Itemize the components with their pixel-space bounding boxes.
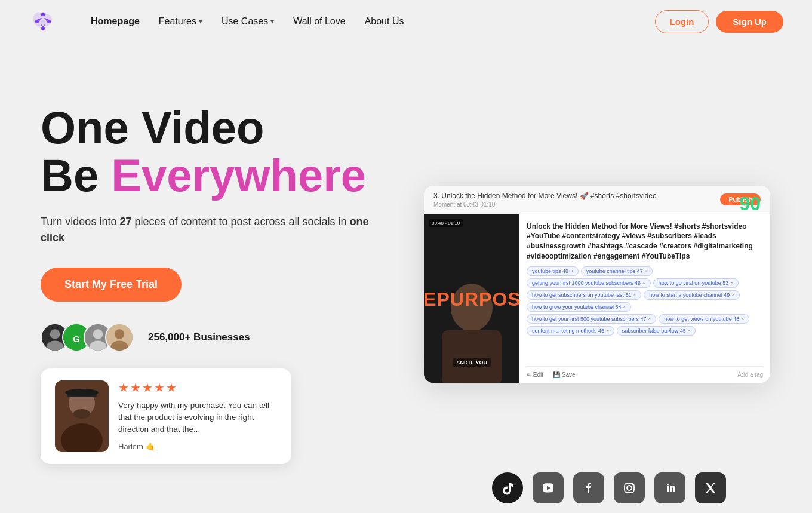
tag-10[interactable]: content marketing methods 46× [527,326,614,336]
social-count: 256,000+ Businesses [148,331,250,343]
screenshot-header: 3. Unlock the Hidden Method for More Vie… [424,186,770,214]
svg-point-3 [41,27,45,30]
hero-title-everywhere: Everywhere [111,150,366,201]
star-rating: ★ ★ ★ ★ ★ [118,380,277,395]
star-5: ★ [166,380,177,395]
youtube-icon[interactable] [533,472,564,503]
review-card: ★ ★ ★ ★ ★ Very happy with my purchase. Y… [41,368,291,464]
svg-point-1 [35,20,39,23]
tag-4[interactable]: how to go viral on youtube 53× [653,278,739,288]
add-tag-label[interactable]: Add a tag [737,371,763,378]
svg-text:G: G [73,334,79,344]
instagram-icon[interactable] [614,472,645,503]
hero-title-line2: Be Everywhere [41,152,387,199]
video-panel: REPURPOSE AND IF YOU 00:40 - 01:10 [424,214,519,383]
screenshot-subtitle: Moment at 00:43-01:10 [433,201,657,208]
facebook-icon[interactable] [573,472,604,503]
nav-homepage[interactable]: Homepage [91,16,140,27]
svg-point-20 [73,409,90,419]
video-timer: 00:40 - 01:10 [429,219,463,227]
svg-rect-26 [621,480,638,496]
nav-use-cases[interactable]: Use Cases ▾ [222,16,274,27]
repurpose-label: REPURPOSE [424,288,519,311]
star-4: ★ [154,380,165,395]
logo[interactable] [29,7,57,36]
navbar: Homepage Features ▾ Use Cases ▾ Wall of … [0,0,812,43]
tag-9[interactable]: how to get views on youtube 48× [659,314,749,324]
hero-title-be: Be [41,150,111,201]
hero-right: 3. Unlock the Hidden Method for More Vie… [423,186,771,383]
tags-container: youtube tips 48× youtube channel tips 47… [527,266,763,336]
hero-subtitle: Turn videos into 27 pieces of content to… [41,214,387,246]
nav-wall-of-love[interactable]: Wall of Love [293,16,345,27]
svg-rect-24 [540,480,556,496]
avatar-stack: G [41,323,134,352]
linkedin-icon[interactable] [654,472,685,503]
review-content: ★ ★ ★ ★ ★ Very happy with my purchase. Y… [118,380,277,452]
svg-point-29 [632,484,633,485]
star-1: ★ [118,380,129,395]
social-icons-row [406,472,812,503]
avatar-4 [105,323,134,352]
screenshot-header-content: 3. Unlock the Hidden Method for More Vie… [433,192,657,208]
svg-point-13 [115,329,125,339]
tag-8[interactable]: how to get your first 500 youtube subscr… [527,314,656,324]
review-avatar [55,380,109,452]
star-3: ★ [142,380,153,395]
review-text: Very happy with my purchase. You can tel… [118,400,277,436]
nav-features[interactable]: Features ▾ [159,16,202,27]
video-bottom-label: AND IF YOU [453,358,491,367]
star-2: ★ [130,380,141,395]
x-twitter-icon[interactable] [695,472,726,503]
tiktok-icon[interactable] [492,472,523,503]
screenshot-body: REPURPOSE AND IF YOU 00:40 - 01:10 90 [424,214,770,383]
hero-left: One Video Be Everywhere Turn videos into… [41,104,387,464]
tag-2[interactable]: youtube channel tips 47× [581,266,653,276]
svg-point-0 [41,13,45,16]
tag-6[interactable]: how to start a youtube channel 49× [644,290,740,300]
tag-11[interactable]: subscriber false bar/low 45× [617,326,696,336]
svg-point-2 [47,20,51,23]
tag-1[interactable]: youtube tips 48× [527,266,579,276]
social-proof: G 256,000 [41,323,387,352]
save-button[interactable]: 💾 Save [553,371,576,378]
login-button[interactable]: Login [655,10,709,33]
nav-actions: Login Sign Up [655,10,784,33]
tag-3[interactable]: getting your first 1000 youtube subscrib… [527,278,651,288]
features-chevron-icon: ▾ [199,17,202,26]
svg-point-19 [65,389,99,396]
edit-button[interactable]: ✏ Edit [527,371,543,378]
content-body-text: Unlock the Hidden Method for More Views!… [527,222,763,262]
tag-5[interactable]: how to get subscribers on youtube fast 5… [527,290,641,300]
tag-7[interactable]: how to grow your youtube channel 54× [527,302,631,312]
screenshot-title: 3. Unlock the Hidden Method for More Vie… [433,192,657,200]
content-number: 90 [739,193,761,215]
content-panel: 90 Unlock the Hidden Method for More Vie… [519,214,770,383]
screenshot-footer: ✏ Edit 💾 Save Add a tag [527,366,763,378]
hero-title-line1: One Video [41,104,387,152]
nav-links: Homepage Features ▾ Use Cases ▾ Wall of … [91,16,631,27]
review-author: Harlem 🤙 [118,442,155,451]
nav-about-us[interactable]: About Us [365,16,404,27]
svg-point-5 [50,329,60,339]
app-screenshot: 3. Unlock the Hidden Method for More Vie… [424,186,770,383]
svg-point-10 [93,329,103,339]
use-cases-chevron-icon: ▾ [270,17,274,26]
start-trial-button[interactable]: Start My Free Trial [41,268,182,302]
signup-button[interactable]: Sign Up [716,11,783,33]
hero-section: One Video Be Everywhere Turn videos into… [0,43,812,513]
